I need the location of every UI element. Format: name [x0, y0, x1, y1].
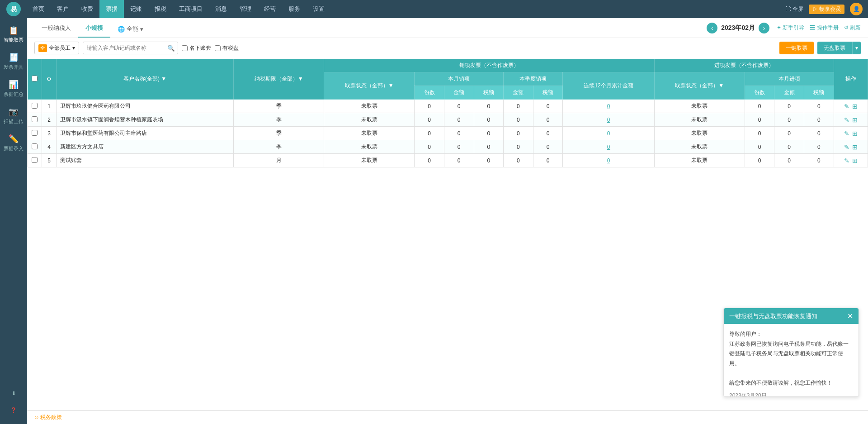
next-month-btn[interactable]: ›: [759, 23, 769, 33]
smart-ticket-icon: 📋: [9, 25, 19, 35]
row-i-count-cell: 0: [745, 154, 774, 167]
cumulative-link[interactable]: 0: [607, 117, 610, 123]
sidebar-item-ticket-entry[interactable]: ✏️ 票据录入: [1, 130, 26, 156]
tab-small-scale[interactable]: 小规模: [78, 19, 110, 38]
row-i-count-cell: 0: [745, 140, 774, 154]
row-ss-tax-cell: 0: [533, 113, 563, 127]
sidebar-item-invoice-open[interactable]: 🧾 发票开具: [1, 49, 26, 74]
download-icon: ⬇: [12, 391, 16, 396]
header-i-amount: 金额: [774, 86, 804, 100]
cumulative-link[interactable]: 0: [607, 144, 610, 150]
fullscreen-btn[interactable]: ⛶ 全屏: [785, 5, 803, 13]
row-no-cell: 1: [42, 100, 57, 113]
one-click-ticket-btn[interactable]: 一键取票: [779, 42, 814, 54]
nav-settings[interactable]: 设置: [307, 0, 331, 18]
filter-row: 全 全部员工 ▾ 🔍 名下账套 有税盘 一键取票 无盘取票 ▾: [27, 38, 868, 58]
select-all-checkbox[interactable]: [32, 76, 38, 81]
new-guide-link[interactable]: ✦ 新手引导: [777, 24, 804, 32]
sidebar-item-smart-ticket[interactable]: 📋 智能取票: [1, 22, 26, 47]
nav-invoice[interactable]: 票据: [99, 0, 124, 18]
search-button[interactable]: 🔍: [165, 45, 178, 52]
nav-home[interactable]: 首页: [26, 0, 51, 18]
edit-icon[interactable]: ✎: [844, 130, 849, 137]
row-checkbox[interactable]: [32, 116, 38, 122]
header-action: 操作: [834, 59, 868, 100]
my-account-checkbox[interactable]: [182, 45, 188, 51]
edit-icon[interactable]: ✎: [844, 116, 849, 124]
row-i-amount-cell: 0: [774, 154, 804, 167]
sidebar-label-scan-upload: 扫描上传: [4, 118, 24, 125]
nav-bookkeeping[interactable]: 记账: [124, 0, 148, 18]
detail-icon[interactable]: ⊞: [852, 103, 858, 110]
edit-icon[interactable]: ✎: [844, 143, 849, 151]
notification-text: 尊敬的用户： 江苏政务网已恢复访问电子税务局功能，易代账一键登陆电子税务局与无盘…: [729, 329, 853, 388]
prev-month-btn[interactable]: ‹: [707, 23, 717, 33]
detail-icon[interactable]: ⊞: [852, 143, 858, 151]
nav-business[interactable]: 工商项目: [173, 0, 209, 18]
row-checkbox[interactable]: [32, 130, 38, 136]
row-period-cell: 季: [234, 140, 324, 154]
cumulative-link[interactable]: 0: [607, 157, 610, 164]
edit-icon[interactable]: ✎: [844, 103, 849, 110]
edit-icon[interactable]: ✎: [844, 157, 849, 164]
row-checkbox[interactable]: [32, 103, 38, 109]
nav-customer[interactable]: 客户: [51, 0, 75, 18]
refresh-link[interactable]: ↺ 刷新: [844, 24, 861, 32]
tax-disk-checkbox-label[interactable]: 有税盘: [215, 44, 239, 52]
row-i-amount-cell: 0: [774, 140, 804, 154]
nav-service[interactable]: 服务: [282, 0, 307, 18]
sidebar-item-invoice-summary[interactable]: 📊 票据汇总: [1, 76, 26, 101]
row-cumulative-cell: 0: [563, 113, 654, 127]
row-action-cell: ✎ ⊞: [834, 154, 868, 167]
sidebar-item-scan-upload[interactable]: 📷 扫描上传: [1, 103, 26, 129]
row-s-amount-cell: 0: [444, 140, 474, 154]
sidebar-label-smart-ticket: 智能取票: [4, 37, 24, 43]
row-s-count-cell: 0: [415, 113, 444, 127]
no-disk-ticket-dropdown-btn[interactable]: ▾: [852, 42, 861, 54]
row-income-status-cell: 未取票: [654, 127, 745, 140]
row-checkbox[interactable]: [32, 143, 38, 149]
tax-disk-checkbox[interactable]: [215, 45, 221, 51]
row-customer-cell: 卫辉市汲水镇下固润香烟营木种植家庭农场: [57, 113, 234, 127]
header-this-month-income: 本月进项: [745, 72, 834, 86]
no-disk-ticket-btn[interactable]: 无盘取票: [817, 42, 852, 54]
header-income-status: 取票状态（全部）▼: [654, 72, 745, 100]
vip-button[interactable]: ▷ 畅享会员: [809, 5, 844, 14]
employee-chevron-icon: ▾: [72, 45, 75, 51]
sidebar-help-btn[interactable]: ❓: [1, 404, 26, 417]
nav-manage[interactable]: 管理: [233, 0, 258, 18]
detail-icon[interactable]: ⊞: [852, 130, 858, 137]
policy-link[interactable]: ⊙ 税务政策: [34, 414, 62, 421]
row-i-amount-cell: 0: [774, 127, 804, 140]
nav-billing[interactable]: 收费: [75, 0, 99, 18]
tab-general-taxpayer[interactable]: 一般纳税人: [34, 19, 78, 38]
detail-icon[interactable]: ⊞: [852, 116, 858, 124]
row-ss-amount-cell: 0: [504, 140, 533, 154]
row-i-amount-cell: 0: [774, 100, 804, 113]
my-account-checkbox-label[interactable]: 名下账套: [182, 44, 211, 52]
manual-link[interactable]: ☰ 操作手册: [810, 24, 838, 32]
row-checkbox[interactable]: [32, 157, 38, 163]
cumulative-link[interactable]: 0: [607, 103, 610, 110]
row-i-tax-cell: 0: [804, 127, 834, 140]
sidebar-label-invoice-summary: 票据汇总: [4, 91, 24, 98]
row-income-status-cell: 未取票: [654, 154, 745, 167]
notification-title: 一键报税与无盘取票功能恢复通知: [729, 312, 817, 320]
avatar[interactable]: 👤: [850, 3, 863, 15]
row-i-count-cell: 0: [745, 100, 774, 113]
sidebar: 📋 智能取票 🧾 发票开具 📊 票据汇总 📷 扫描上传 ✏️ 票据录入 ⬇ ❓: [0, 18, 27, 424]
employee-select[interactable]: 全 全部员工 ▾: [34, 42, 79, 54]
sidebar-download-btn[interactable]: ⬇: [1, 387, 26, 400]
nav-operations[interactable]: 经营: [258, 0, 282, 18]
row-period-cell: 季: [234, 100, 324, 113]
logo[interactable]: 易: [5, 1, 22, 17]
detail-icon[interactable]: ⊞: [852, 157, 858, 164]
row-s-count-cell: 0: [415, 154, 444, 167]
cumulative-link[interactable]: 0: [607, 130, 610, 137]
tab-full[interactable]: 🌐 全能 ▾: [110, 20, 151, 38]
nav-tax[interactable]: 报税: [148, 0, 173, 18]
search-input[interactable]: [83, 45, 165, 51]
scan-upload-icon: 📷: [9, 107, 19, 117]
notification-close-btn[interactable]: ✕: [847, 312, 853, 320]
nav-message[interactable]: 消息: [209, 0, 233, 18]
